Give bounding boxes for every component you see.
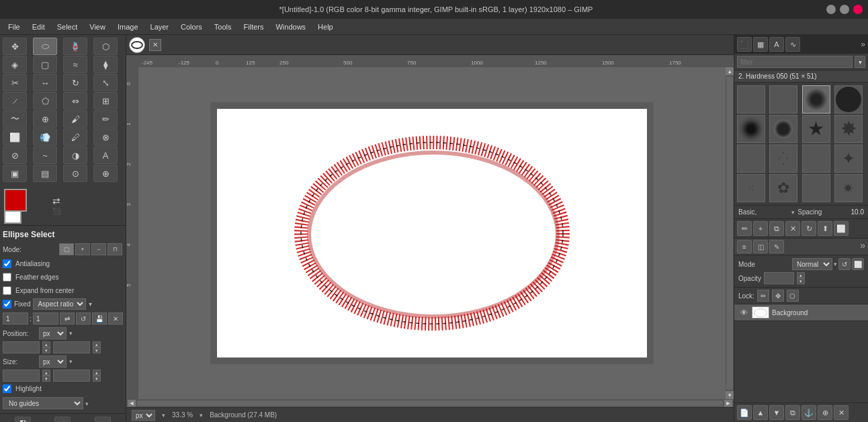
anchor-layer-btn[interactable]: ⚓ bbox=[801, 405, 816, 420]
tab-gradients[interactable]: ▦ bbox=[753, 37, 768, 52]
size-unit-select[interactable]: px % mm bbox=[39, 355, 67, 368]
lock-alpha-btn[interactable]: ⬡ bbox=[787, 290, 799, 302]
brush-cell-4[interactable] bbox=[737, 115, 765, 143]
canvas-white[interactable] bbox=[217, 109, 647, 357]
menu-layer[interactable]: Layer bbox=[145, 22, 175, 32]
size-h-down[interactable]: ▾ bbox=[93, 376, 101, 382]
swap-ratio-btn[interactable]: ⇄ bbox=[60, 312, 75, 325]
delete-ratio-btn[interactable]: ✕ bbox=[108, 312, 123, 325]
guides-select[interactable]: No guides Show guides bbox=[3, 397, 83, 409]
tool-perspective[interactable]: ⬠ bbox=[33, 92, 57, 110]
delete-layer-btn[interactable]: ✕ bbox=[834, 405, 849, 420]
tool-preset-save[interactable]: 💾 bbox=[15, 417, 31, 422]
expand-center-checkbox[interactable] bbox=[3, 286, 11, 295]
brush-cell-5[interactable] bbox=[769, 115, 797, 143]
tool-fuzzy-select[interactable]: ⬡ bbox=[93, 38, 118, 55]
hscroll-left-btn[interactable]: ◄ bbox=[128, 400, 136, 407]
raise-layer-btn[interactable]: ▲ bbox=[753, 405, 768, 420]
mode-expand-btn[interactable]: ⬜ bbox=[852, 258, 864, 270]
tool-preset-restore[interactable]: ↺ bbox=[54, 417, 71, 422]
panel-expand2-btn[interactable]: ⬜ bbox=[834, 221, 849, 236]
tool-rotate[interactable]: ↻ bbox=[63, 74, 87, 91]
highlight-checkbox[interactable] bbox=[3, 384, 11, 393]
size-w-down[interactable]: ▾ bbox=[42, 376, 50, 382]
brush-copy-btn[interactable]: ⧉ bbox=[769, 221, 784, 236]
tool-color-picker[interactable]: ⊙ bbox=[63, 165, 87, 182]
tool-paint[interactable]: 🖌 bbox=[63, 110, 87, 128]
tool-smudge[interactable]: ~ bbox=[33, 146, 57, 164]
tool-flip[interactable]: ⇔ bbox=[63, 92, 87, 110]
mode-subtract-btn[interactable]: − bbox=[91, 243, 106, 255]
mode-reset-btn[interactable]: ↺ bbox=[838, 258, 851, 270]
brush-cell-14[interactable]: ⁙ bbox=[802, 174, 830, 202]
brush-cell-11[interactable]: ✦ bbox=[834, 144, 863, 173]
tab-layers[interactable]: ≡ bbox=[737, 240, 752, 253]
new-layer-btn[interactable]: 📄 bbox=[737, 405, 752, 420]
mode-add-btn[interactable]: + bbox=[75, 243, 90, 255]
tool-free-select[interactable]: ≈ bbox=[63, 56, 87, 73]
brushes-filter-input[interactable] bbox=[737, 56, 853, 68]
opacity-down[interactable]: ▾ bbox=[797, 278, 805, 284]
minimize-button[interactable] bbox=[826, 5, 836, 14]
menu-filters[interactable]: Filters bbox=[238, 22, 269, 32]
pos-y-down[interactable]: ▾ bbox=[93, 347, 101, 353]
tool-healing[interactable]: ⊘ bbox=[3, 146, 27, 164]
layers-expand-btn[interactable]: » bbox=[860, 240, 865, 253]
tool-ellipse-select[interactable]: ⬭ bbox=[33, 38, 57, 55]
lock-position-btn[interactable]: ✥ bbox=[772, 290, 784, 302]
opacity-input[interactable]: 100.0 bbox=[764, 272, 794, 284]
position-y-input[interactable]: 219 bbox=[53, 341, 90, 353]
default-colors-icon[interactable]: ⬛ bbox=[52, 208, 60, 215]
tool-shear[interactable]: ⟋ bbox=[3, 92, 27, 110]
brush-cell-0[interactable] bbox=[737, 85, 765, 114]
status-unit-select[interactable]: px % bbox=[132, 410, 155, 421]
hscroll-thumb[interactable] bbox=[137, 400, 723, 406]
tool-select-by-color[interactable]: ⧫ bbox=[93, 56, 118, 73]
brush-cell-3[interactable] bbox=[834, 85, 863, 114]
tool-ink[interactable]: 🖊 bbox=[63, 128, 87, 146]
vscroll-down-btn[interactable]: ▾ bbox=[726, 391, 734, 399]
position-unit-select[interactable]: px % mm bbox=[39, 327, 67, 339]
brush-cell-10[interactable]: ⠿ bbox=[802, 144, 830, 173]
tool-gradient[interactable]: ▤ bbox=[33, 165, 57, 182]
lock-pixels-btn[interactable]: ✏ bbox=[757, 290, 769, 302]
layer-visibility-icon[interactable]: 👁 bbox=[738, 307, 749, 318]
pos-y-up[interactable]: ▴ bbox=[93, 341, 101, 347]
feather-edges-checkbox[interactable] bbox=[3, 273, 11, 282]
panel-expand-btn[interactable]: » bbox=[861, 40, 865, 49]
tab-brushes-patterns[interactable]: ⬛ bbox=[737, 37, 752, 52]
save-ratio-btn[interactable]: 💾 bbox=[92, 312, 107, 325]
tool-transform[interactable]: ↔ bbox=[33, 74, 57, 91]
brush-cell-12[interactable]: ⁖ bbox=[737, 174, 765, 202]
vscroll-thumb[interactable] bbox=[726, 77, 733, 390]
brush-cell-8[interactable]: ⁘ bbox=[737, 144, 765, 173]
vscroll-up-btn[interactable]: ▴ bbox=[726, 67, 734, 75]
tool-pointer[interactable]: ✥ bbox=[3, 38, 27, 55]
mode-intersect-btn[interactable]: ⊓ bbox=[107, 243, 122, 255]
reset-ratio-btn[interactable]: ↺ bbox=[76, 312, 91, 325]
tool-scissor-select[interactable]: ✂ bbox=[3, 74, 27, 91]
size-w-up[interactable]: ▴ bbox=[42, 370, 50, 376]
menu-colors[interactable]: Colors bbox=[175, 22, 208, 32]
tool-eraser[interactable]: ⬜ bbox=[3, 128, 27, 146]
close-button[interactable] bbox=[853, 5, 863, 14]
maximize-button[interactable] bbox=[840, 5, 849, 14]
preset-close-btn[interactable]: ✕ bbox=[149, 39, 161, 51]
hscroll-right-btn[interactable]: ► bbox=[724, 400, 732, 407]
brush-cell-7[interactable]: ✸ bbox=[834, 115, 863, 143]
tool-lasso[interactable]: 🪢 bbox=[63, 38, 87, 55]
opacity-up[interactable]: ▴ bbox=[797, 272, 805, 278]
tab-fonts[interactable]: A bbox=[769, 37, 784, 52]
lower-layer-btn[interactable]: ▼ bbox=[769, 405, 784, 420]
size-h-up[interactable]: ▴ bbox=[93, 370, 101, 376]
brush-cell-6[interactable]: ★ bbox=[802, 115, 830, 143]
menu-select[interactable]: Select bbox=[52, 22, 83, 32]
tool-handle-transform[interactable]: ⊕ bbox=[33, 110, 57, 128]
mode-replace-btn[interactable]: ▢ bbox=[59, 243, 74, 255]
merge-layer-btn[interactable]: ⊕ bbox=[818, 405, 832, 420]
canvas-scroll[interactable] bbox=[138, 67, 726, 399]
tool-dodge-burn[interactable]: ◑ bbox=[63, 146, 87, 164]
antialiasing-checkbox[interactable] bbox=[3, 259, 11, 268]
size-width-input[interactable]: 1113 bbox=[3, 370, 40, 382]
tool-preset-delete[interactable]: ✕ bbox=[95, 417, 111, 422]
